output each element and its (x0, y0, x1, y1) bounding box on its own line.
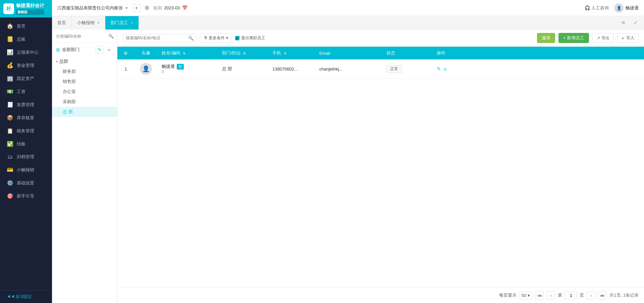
sidebar-item-xiaochang[interactable]: 💳小畅报销 (0, 163, 52, 176)
tabs-right-actions: ✕ ⤢ (619, 18, 644, 28)
sort-phone-icon: ⇅ (284, 51, 286, 55)
unpin-button[interactable]: ◀◀ 取消固定 (0, 290, 52, 303)
user-menu[interactable]: 👤 畅捷通 (614, 3, 639, 13)
tab-xiaochang[interactable]: 小畅报销 × (72, 16, 105, 30)
dept-node-sales[interactable]: 销售部 (52, 77, 117, 87)
sidebar-item-assets[interactable]: 🏢固定资产 (0, 72, 52, 85)
sidebar-item-guide[interactable]: 🎯新手引导 (0, 189, 52, 203)
sidebar-item-label: 发票管理 (17, 102, 34, 108)
emp-table-wrap: ⚙ 头像 姓名/编码 ⇅ 部门/职位 ⇅ 手机 (117, 47, 644, 287)
app-edition: 旗舰版 (16, 9, 44, 15)
company-name[interactable]: 江西服宝精品有限责任公司内账张 ▼ (57, 5, 128, 11)
sidebar-item-label: 总账 (17, 36, 25, 42)
row-dept: 总 部 (218, 59, 268, 79)
sidebar-item-label: 资金管理 (17, 62, 34, 69)
sidebar-item-reports[interactable]: 📊云报表中心 (0, 46, 52, 59)
page-input[interactable] (565, 292, 577, 299)
invite-button[interactable]: 邀请 (537, 33, 555, 43)
checkout-icon: ✅ (7, 141, 13, 147)
expand-tab-icon[interactable]: ⤢ (631, 18, 640, 28)
settings-icon[interactable]: ⚙ (145, 5, 149, 11)
col-name[interactable]: 姓名/编码 ⇅ (158, 47, 218, 59)
dept-search-input[interactable] (56, 34, 106, 39)
dept-node-general[interactable]: 总 部 (52, 107, 117, 117)
emp-toolbar: 🔍 ⚗ 更多条件 ▾ 显示离职员工 邀请 + 新增员工 ↗ 导出 (117, 30, 644, 47)
sidebar-item-tax[interactable]: 📋税务管理 (0, 124, 52, 137)
sidebar-item-inventory[interactable]: 📦库存核算 (0, 111, 52, 124)
prev-page-button[interactable]: ‹ (546, 291, 555, 300)
topbar-actions: 🎧 人工咨询 👤 畅捷通 (585, 3, 639, 13)
show-resigned-checkbox-wrap[interactable]: 显示离职员工 (235, 35, 265, 41)
col-dept[interactable]: 部门/职位 ⇅ (218, 47, 268, 59)
dept-search: 🔍 (52, 30, 117, 43)
last-page-button[interactable]: ⏭ (598, 291, 607, 300)
sidebar-item-checkout[interactable]: ✅结账 (0, 137, 52, 150)
main-area: 江西服宝精品有限责任公司内账张 ▼ + ⚙ 账期 2023-03 📅 🎧 人工咨… (52, 0, 644, 303)
dept-edit-icon[interactable]: ✎ (96, 46, 104, 54)
guide-icon: 🎯 (7, 193, 13, 199)
app-name: 畅捷通好会计 (16, 3, 44, 9)
dept-node-root[interactable]: ▾总部 (52, 56, 117, 67)
tab-dept-close[interactable]: × (131, 20, 133, 25)
col-settings[interactable]: ⚙ (117, 47, 134, 59)
import-button[interactable]: ↙ 导入 (617, 33, 639, 43)
table-row: 1 👤 畅捷通 部 0 总 部 138070602... chanjethkj.… (117, 59, 644, 79)
row-phone: 138070602... (268, 59, 315, 79)
sidebar-item-payroll[interactable]: 💵工资 (0, 85, 52, 98)
sidebar-item-funds[interactable]: 💰资金管理 (0, 59, 52, 72)
add-employee-button[interactable]: + 新增员工 (558, 33, 589, 43)
company-dropdown-icon: ▼ (125, 6, 128, 10)
chevron-down-icon: ▾ (226, 36, 228, 40)
employee-area: 🔍 ⚗ 更多条件 ▾ 显示离职员工 邀请 + 新增员工 ↗ 导出 (117, 30, 644, 303)
row-name: 畅捷通 部 0 (158, 59, 218, 79)
sidebar-item-label: 云报表中心 (17, 49, 39, 55)
col-phone[interactable]: 手机 ⇅ (268, 47, 315, 59)
tab-home[interactable]: 首页 (52, 16, 72, 30)
expand-icon: ▾ (56, 59, 58, 64)
sidebar-item-invoice[interactable]: 🧾发票管理 (0, 98, 52, 111)
edit-button[interactable]: ✎ (437, 66, 441, 72)
xiaochang-icon: 💳 (7, 167, 13, 173)
sort-name-icon: ⇅ (183, 51, 185, 55)
per-page-label: 每页显示 (499, 292, 517, 298)
col-status: 状态 (382, 47, 433, 59)
add-company-button[interactable]: + (132, 4, 141, 12)
close-tab-icon[interactable]: ✕ (619, 18, 628, 28)
service-button[interactable]: 🎧 人工咨询 (585, 5, 609, 11)
row-index: 1 (117, 59, 134, 79)
dept-badge: 部 (177, 64, 184, 70)
per-page-select[interactable]: 50 ▾ (519, 292, 532, 299)
sort-dept-icon: ⇅ (243, 51, 246, 55)
dept-node-finance[interactable]: 财务部 (52, 67, 117, 77)
period-display: 账期 2023-03 📅 (153, 5, 187, 11)
dept-node-office[interactable]: 办公室 (52, 87, 117, 97)
sidebar-item-home[interactable]: 🏠首页 (0, 19, 52, 33)
emp-search-icon[interactable]: 🔍 (188, 36, 194, 41)
first-page-button[interactable]: ⏮ (535, 291, 544, 300)
grid-icon: ⊞ (56, 47, 60, 52)
show-resigned-checkbox[interactable] (235, 36, 239, 40)
all-dept-button[interactable]: ⊞ 全部部门 (56, 47, 79, 53)
tab-dept[interactable]: 部门员工 × (105, 16, 139, 30)
topbar: 江西服宝精品有限责任公司内账张 ▼ + ⚙ 账期 2023-03 📅 🎧 人工咨… (52, 0, 644, 16)
filter-button[interactable]: ⚗ 更多条件 ▾ (200, 33, 232, 43)
leave-button[interactable]: ⎋ (444, 66, 447, 72)
page-total: 共1页, 1条记录 (609, 292, 639, 298)
dept-node-purchase[interactable]: 采购部 (52, 97, 117, 107)
sidebar-item-label: 首页 (17, 23, 25, 29)
pagination-bar: 每页显示 50 ▾ ⏮ ‹ 第 页 › ⏭ 共1页, 1条记录 (117, 287, 644, 303)
dept-search-icon[interactable]: 🔍 (108, 34, 114, 39)
dept-collapse-icon[interactable]: « (105, 46, 113, 54)
next-page-button[interactable]: › (587, 291, 595, 300)
sidebar-item-settings[interactable]: ⚙️基础设置 (0, 176, 52, 189)
export-button[interactable]: ↗ 导出 (592, 33, 614, 43)
dept-header: ⊞ 全部部门 ✎ « (52, 43, 117, 56)
tab-xiaochang-close[interactable]: × (97, 20, 100, 25)
emp-search-input[interactable] (126, 36, 186, 40)
content-area: 🔍 ⊞ 全部部门 ✎ « ▾总部财务部销售部办公室采购部总 部 (52, 30, 644, 303)
row-email: chanjethkj... (315, 59, 382, 79)
filter-icon: ⚗ (204, 36, 207, 40)
sidebar-item-ledger[interactable]: 📒总账 (0, 33, 52, 46)
calendar-icon[interactable]: 📅 (182, 5, 187, 10)
sidebar-item-archive[interactable]: 🗂归档管理 (0, 150, 52, 163)
